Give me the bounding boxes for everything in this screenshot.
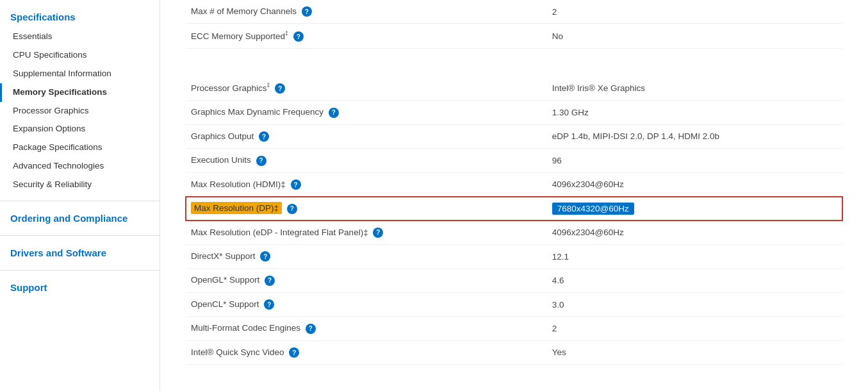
- spec-value: 1.30 GHz: [547, 101, 842, 124]
- spec-label: OpenGL* Support ?: [186, 269, 547, 292]
- help-icon[interactable]: ?: [265, 276, 275, 286]
- sidebar-section-ordering[interactable]: Ordering and Compliance: [0, 208, 160, 229]
- sidebar-item-supplemental-information[interactable]: Supplemental Information: [0, 65, 160, 83]
- table-row: Processor Graphics‡ ? Intel® Iris® Xe Gr…: [186, 76, 842, 100]
- sidebar-divider-3: [0, 270, 160, 270]
- table-row: Intel® Quick Sync Video ? Yes: [186, 340, 842, 364]
- spec-value: 7680x4320@60Hz: [547, 197, 842, 220]
- table-row: OpenCL* Support ? 3.0: [186, 292, 842, 316]
- spec-label: Max # of Memory Channels ?: [186, 0, 547, 24]
- spec-value: 96: [547, 149, 842, 172]
- spec-value: 2: [547, 0, 842, 24]
- graphics-spec-table: Processor Graphics‡ ? Intel® Iris® Xe Gr…: [186, 76, 842, 365]
- spec-label: Max Resolution (DP)‡ ?: [186, 197, 547, 220]
- sidebar: Specifications EssentialsCPU Specificati…: [0, 0, 160, 391]
- sidebar-section-specifications[interactable]: Specifications: [0, 6, 160, 28]
- spec-label: Intel® Quick Sync Video ?: [186, 340, 547, 364]
- help-icon[interactable]: ?: [260, 251, 270, 262]
- spec-label: Multi-Format Codec Engines ?: [186, 317, 547, 340]
- sidebar-item-package-specifications[interactable]: Package Specifications: [0, 138, 160, 157]
- spec-label: Max Resolution (HDMI)‡ ?: [186, 172, 547, 196]
- processor-graphics-heading: [186, 67, 842, 69]
- spec-label: Execution Units ?: [186, 149, 547, 172]
- help-icon[interactable]: ?: [289, 347, 299, 358]
- spec-value: Intel® Iris® Xe Graphics: [547, 76, 842, 100]
- table-row: Graphics Output ? eDP 1.4b, MIPI-DSI 2.0…: [186, 124, 842, 148]
- sidebar-item-advanced-technologies[interactable]: Advanced Technologies: [0, 157, 160, 176]
- spec-value: 4096x2304@60Hz: [547, 220, 842, 244]
- help-icon[interactable]: ?: [264, 299, 274, 310]
- help-icon[interactable]: ?: [293, 31, 304, 42]
- main-content: Max # of Memory Channels ? 2 ECC Memory …: [160, 0, 868, 391]
- memory-spec-table: Max # of Memory Channels ? 2 ECC Memory …: [186, 0, 842, 49]
- spec-value: 2: [547, 317, 842, 340]
- spec-label: OpenCL* Support ?: [186, 292, 547, 316]
- spec-label: ECC Memory Supported‡ ?: [186, 24, 547, 49]
- spec-label: Max Resolution (eDP - Integrated Flat Pa…: [186, 220, 547, 244]
- spec-value: 3.0: [547, 292, 842, 316]
- sidebar-item-security-reliability[interactable]: Security & Reliability: [0, 176, 160, 194]
- help-icon[interactable]: ?: [287, 204, 297, 214]
- sidebar-item-expansion-options[interactable]: Expansion Options: [0, 120, 160, 138]
- sidebar-section-drivers[interactable]: Drivers and Software: [0, 242, 160, 263]
- spec-label: Processor Graphics‡ ?: [186, 76, 547, 100]
- help-icon[interactable]: ?: [302, 6, 312, 17]
- spec-value: 4.6: [547, 269, 842, 292]
- table-row: Multi-Format Codec Engines ? 2: [186, 317, 842, 340]
- spec-label: Graphics Max Dynamic Frequency ?: [186, 101, 547, 124]
- sidebar-section-support[interactable]: Support: [0, 277, 160, 298]
- spec-value: Yes: [547, 340, 842, 364]
- spec-label: Graphics Output ?: [186, 124, 547, 148]
- sidebar-item-memory-specifications[interactable]: Memory Specifications: [0, 83, 160, 102]
- highlighted-value: 7680x4320@60Hz: [552, 203, 634, 215]
- spec-value: 4096x2304@60Hz: [547, 172, 842, 196]
- highlighted-label: Max Resolution (DP)‡: [191, 202, 282, 214]
- table-row: Graphics Max Dynamic Frequency ? 1.30 GH…: [186, 101, 842, 124]
- help-icon[interactable]: ?: [259, 131, 269, 142]
- spec-value: 12.1: [547, 244, 842, 268]
- help-icon[interactable]: ?: [256, 156, 266, 166]
- table-row: Max # of Memory Channels ? 2: [186, 0, 842, 24]
- sidebar-divider-1: [0, 201, 160, 201]
- table-row: ECC Memory Supported‡ ? No: [186, 24, 842, 49]
- table-row: DirectX* Support ? 12.1: [186, 244, 842, 268]
- table-row: Execution Units ? 96: [186, 149, 842, 172]
- sidebar-divider-2: [0, 235, 160, 236]
- sidebar-item-essentials[interactable]: Essentials: [0, 28, 160, 46]
- spec-value: eDP 1.4b, MIPI-DSI 2.0, DP 1.4, HDMI 2.0…: [547, 124, 842, 148]
- table-row: Max Resolution (HDMI)‡ ? 4096x2304@60Hz: [186, 172, 842, 196]
- table-row: Max Resolution (eDP - Integrated Flat Pa…: [186, 220, 842, 244]
- help-icon[interactable]: ?: [373, 228, 383, 238]
- table-row: Max Resolution (DP)‡ ? 7680x4320@60Hz: [186, 197, 842, 220]
- help-icon[interactable]: ?: [291, 179, 301, 190]
- sidebar-item-processor-graphics[interactable]: Processor Graphics: [0, 102, 160, 121]
- spec-label: DirectX* Support ?: [186, 244, 547, 268]
- table-row: OpenGL* Support ? 4.6: [186, 269, 842, 292]
- help-icon[interactable]: ?: [329, 108, 339, 118]
- help-icon[interactable]: ?: [275, 83, 285, 94]
- spec-value: No: [547, 24, 842, 49]
- sidebar-item-cpu-specifications[interactable]: CPU Specifications: [0, 46, 160, 65]
- help-icon[interactable]: ?: [306, 324, 316, 334]
